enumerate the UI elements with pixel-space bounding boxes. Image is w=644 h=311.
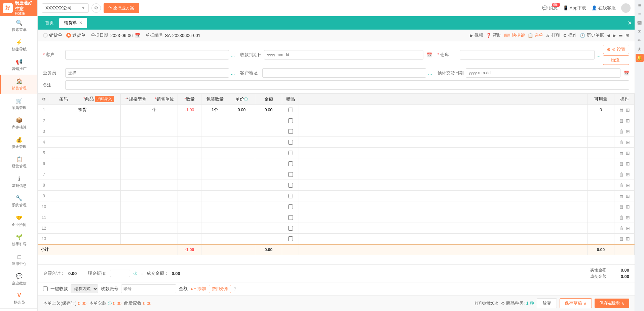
cell-amount-8[interactable] [255,180,282,191]
add-payment-btn[interactable]: ● + 添加 [190,286,206,292]
cell-price-13[interactable] [228,234,255,244]
cell-product-12[interactable] [77,223,121,234]
cell-unit-2[interactable] [151,115,178,126]
cell-gift-5[interactable] [282,148,299,158]
customer-addr-input[interactable] [262,68,426,78]
sidebar-item-management[interactable]: 📋 经营管理 [0,153,37,172]
copy-row-btn[interactable]: ⊞ [626,140,630,145]
cell-qty-7[interactable] [178,169,201,180]
delete-row-btn[interactable]: 🗑 [619,118,624,123]
cell-spec-11[interactable] [121,212,151,223]
sidebar-item-member[interactable]: V 畅会员 [0,289,37,308]
cell-unit-10[interactable] [151,201,178,212]
cell-spec-2[interactable] [121,115,151,126]
copy-row-btn[interactable]: ⊞ [626,118,630,123]
cell-product-6[interactable] [77,158,121,169]
cell-product-13[interactable] [77,234,121,244]
copy-row-btn[interactable]: ⊞ [626,236,630,241]
cell-product-4[interactable] [77,137,121,148]
cell-amount-2[interactable] [255,115,282,126]
history-btn[interactable]: 🕐 历史单据 [580,32,604,38]
cell-price-4[interactable] [228,137,255,148]
sidebar-item-quick-nav[interactable]: ⚡ 快捷导航 [0,36,37,55]
list-view-btn[interactable]: ☰ [619,33,623,38]
grid-view-btn[interactable]: ⊞ [626,33,629,38]
cell-amount-6[interactable] [255,158,282,169]
cell-gift-4[interactable] [282,137,299,148]
sidebar-item-search[interactable]: 🔍 搜索菜单 [0,16,37,36]
right-panel-btn-4[interactable]: ✉ [636,28,644,36]
cell-qty-6[interactable] [178,158,201,169]
salesman-ellipsis[interactable]: ... [231,70,235,76]
cell-barcode-5[interactable] [50,148,77,158]
due-date-calendar-icon[interactable]: 📅 [427,52,432,57]
cell-amount-11[interactable] [255,212,282,223]
sidebar-item-purchase[interactable]: 🛒 采购管理 [0,94,37,114]
cell-spec-3[interactable] [121,126,151,137]
right-panel-btn-2[interactable]: ≡ [636,10,644,18]
cell-spec-5[interactable] [121,148,151,158]
cell-price-11[interactable] [228,212,255,223]
print-btn[interactable]: 🖨 打印 [546,32,560,38]
avatar[interactable] [621,3,631,13]
right-panel-btn-3[interactable]: ☎ [636,19,644,27]
one-click-pay-checkbox[interactable] [43,286,48,291]
cell-qty-9[interactable] [178,191,201,201]
sidebar-item-system[interactable]: 🔧 系统管理 [0,192,37,211]
help-btn[interactable]: ❓ 帮助 [486,32,501,38]
tab-close-icon[interactable]: ✕ [79,21,82,25]
cell-spec-4[interactable] [121,137,151,148]
expected-date-input[interactable] [466,68,620,78]
cell-price-7[interactable] [228,169,255,180]
delete-row-btn[interactable]: 🗑 [619,150,624,156]
right-panel-btn-7[interactable]: 🔔 [636,54,644,62]
delete-row-btn[interactable]: 🗑 [619,140,624,145]
cell-product-1[interactable] [77,105,121,115]
app-download-btn[interactable]: 📱 App下载 [563,5,586,11]
delete-row-btn[interactable]: 🗑 [619,226,624,231]
product-type-link[interactable]: 1 种 [526,300,534,306]
cell-barcode-11[interactable] [50,212,77,223]
copy-row-btn[interactable]: ⊞ [626,172,630,177]
delete-row-btn[interactable]: 🗑 [619,193,624,199]
header-settings-btn[interactable]: ⚙ [91,3,101,13]
cell-spec-10[interactable] [121,201,151,212]
cell-qty-12[interactable] [178,223,201,234]
cell-amount-7[interactable] [255,169,282,180]
customer-ellipsis[interactable]: ... [231,52,235,57]
copy-row-btn[interactable]: ⊞ [626,129,630,134]
payment-help-icon[interactable]: ? [234,286,236,291]
cell-packqty-11[interactable] [201,212,228,223]
cell-unit-12[interactable] [151,223,178,234]
cell-unit-3[interactable] [151,126,178,137]
cell-packqty-6[interactable] [201,158,228,169]
delete-row-btn[interactable]: 🗑 [619,215,624,220]
expected-date-calendar-icon[interactable]: 📅 [624,71,629,76]
cell-product-5[interactable] [77,148,121,158]
cell-gift-6[interactable] [282,158,299,169]
cell-product-11[interactable] [77,212,121,223]
right-panel-btn-1[interactable]: ≡ [636,1,644,9]
cell-barcode-12[interactable] [50,223,77,234]
delete-row-btn[interactable]: 🗑 [619,183,624,188]
th-settings[interactable]: ⚙ [38,94,50,105]
right-panel-btn-5[interactable]: ✏ [636,36,644,44]
delete-row-btn[interactable]: 🗑 [619,172,624,177]
cell-amount-3[interactable] [255,126,282,137]
cell-gift-10[interactable] [282,201,299,212]
sidebar-item-app-center[interactable]: ◻ 应用中心 [0,250,37,270]
cell-product-3[interactable] [77,126,121,137]
copy-row-btn[interactable]: ⊞ [626,215,630,220]
copy-row-btn[interactable]: ⊞ [626,107,630,113]
cell-price-5[interactable] [228,148,255,158]
cell-price-10[interactable] [228,201,255,212]
delete-row-btn[interactable]: 🗑 [619,161,624,166]
cell-packqty-12[interactable] [201,223,228,234]
sidebar-item-basics[interactable]: ℹ 基础信息 [0,172,37,192]
cell-unit-13[interactable] [151,234,178,244]
close-all-tabs-btn[interactable]: ✕ [628,20,632,26]
cell-price-9[interactable] [228,191,255,201]
customer-input[interactable] [65,50,229,60]
delete-row-btn[interactable]: 🗑 [619,236,624,241]
cell-amount-4[interactable] [255,137,282,148]
